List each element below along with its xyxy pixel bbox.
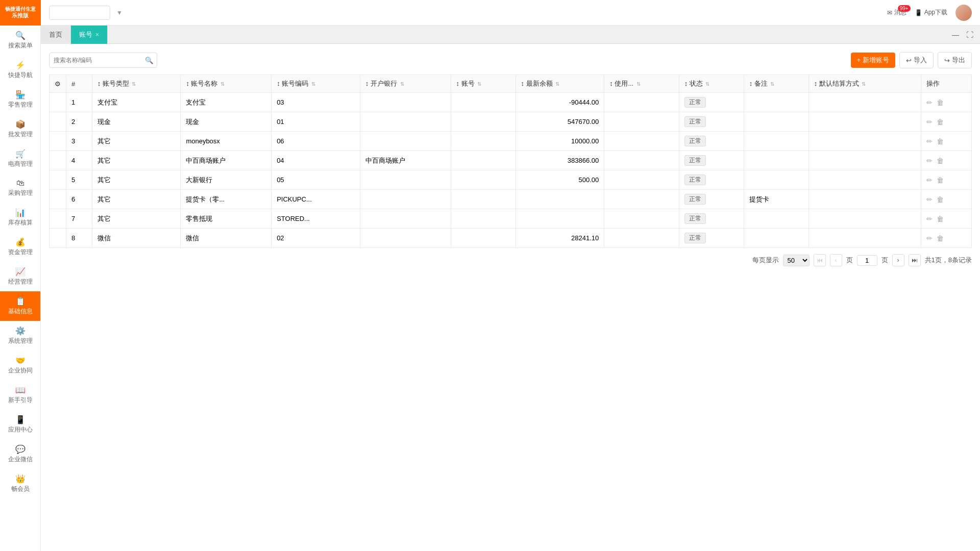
delete-icon[interactable]: 🗑 bbox=[937, 176, 944, 184]
row-name: 支付宝 bbox=[181, 93, 272, 112]
col-status[interactable]: ↕ 状态 ⇅ bbox=[679, 75, 744, 93]
sidebar-item-enterprise-wechat[interactable]: 💬 企业微信 bbox=[0, 439, 40, 469]
guide-icon: 📖 bbox=[15, 385, 26, 395]
row-notes bbox=[744, 151, 808, 170]
row-settlement bbox=[808, 170, 921, 190]
delete-icon[interactable]: 🗑 bbox=[937, 98, 944, 107]
col-account[interactable]: ↕ 账号 ⇅ bbox=[451, 75, 516, 93]
sidebar-item-label: 新手引导 bbox=[8, 396, 33, 405]
sidebar-item-wholesale-mgmt[interactable]: 📦 批发管理 bbox=[0, 114, 40, 144]
col-balance[interactable]: ↕ 最新余额 ⇅ bbox=[516, 75, 604, 93]
sidebar-item-operation-mgmt[interactable]: 📈 经营管理 bbox=[0, 262, 40, 291]
edit-icon[interactable]: ✏ bbox=[926, 195, 933, 204]
first-page-button[interactable]: ⏮ bbox=[814, 254, 826, 266]
tab-home[interactable]: 首页 bbox=[41, 26, 71, 44]
row-code: 04 bbox=[272, 151, 360, 170]
top-bar: ▼ ✉ 消息 99+ 📱 App下载 bbox=[41, 0, 980, 26]
top-search-input[interactable] bbox=[49, 6, 110, 20]
col-code[interactable]: ↕ 账号编码 ⇅ bbox=[272, 75, 360, 93]
row-settings bbox=[50, 170, 66, 190]
sidebar-item-beginner-guide[interactable]: 📖 新手引导 bbox=[0, 380, 40, 410]
tab-account[interactable]: 账号 × bbox=[71, 26, 108, 44]
row-actions: ✏ 🗑 bbox=[921, 132, 972, 151]
row-settlement bbox=[808, 93, 921, 112]
row-settings bbox=[50, 93, 66, 112]
sidebar-item-purchase-mgmt[interactable]: 🛍 采购管理 bbox=[0, 173, 40, 203]
delete-icon[interactable]: 🗑 bbox=[937, 137, 944, 145]
row-status: 正常 bbox=[679, 229, 744, 248]
chevron-down-icon[interactable]: ▼ bbox=[116, 9, 122, 16]
prev-page-button[interactable]: ‹ bbox=[830, 254, 842, 266]
sidebar-item-system-mgmt[interactable]: ⚙️ 系统管理 bbox=[0, 321, 40, 350]
avatar[interactable] bbox=[955, 5, 972, 21]
page-input[interactable] bbox=[857, 255, 877, 266]
edit-icon[interactable]: ✏ bbox=[926, 137, 933, 145]
row-bank bbox=[360, 190, 451, 209]
edit-icon[interactable]: ✏ bbox=[926, 234, 933, 242]
row-actions: ✏ 🗑 bbox=[921, 112, 972, 132]
app-download-button[interactable]: 📱 App下载 bbox=[915, 8, 947, 17]
app-logo[interactable]: 畅捷通付生意 乐推版 bbox=[0, 0, 41, 26]
row-type: 其它 bbox=[92, 170, 181, 190]
sidebar-item-ecommerce-mgmt[interactable]: 🛒 电商管理 bbox=[0, 144, 40, 173]
edit-icon[interactable]: ✏ bbox=[926, 176, 933, 184]
row-name: 微信 bbox=[181, 229, 272, 248]
search-input[interactable] bbox=[50, 57, 141, 64]
sidebar-item-app-center[interactable]: 📱 应用中心 bbox=[0, 410, 40, 439]
delete-icon[interactable]: 🗑 bbox=[937, 195, 944, 204]
last-page-button[interactable]: ⏭ bbox=[909, 254, 921, 266]
sidebar-item-search-menu[interactable]: 🔍 搜索菜单 bbox=[0, 26, 40, 55]
row-usage bbox=[604, 151, 679, 170]
top-bar-left: ▼ bbox=[49, 6, 122, 20]
sidebar-item-member[interactable]: 👑 畅会员 bbox=[0, 469, 40, 498]
add-account-button[interactable]: + 新增账号 bbox=[851, 53, 895, 68]
sidebar-item-capital-mgmt[interactable]: 💰 资金管理 bbox=[0, 232, 40, 262]
edit-icon[interactable]: ✏ bbox=[926, 98, 933, 107]
import-button[interactable]: ↩ 导入 bbox=[899, 52, 934, 68]
sidebar-item-inventory[interactable]: 📊 库存核算 bbox=[0, 203, 40, 232]
next-page-button[interactable]: › bbox=[892, 254, 904, 266]
sidebar-item-quick-nav[interactable]: ⚡ 快捷导航 bbox=[0, 55, 40, 85]
download-icon: 📱 bbox=[915, 9, 922, 16]
col-settlement[interactable]: ↕ 默认结算方式 ⇅ bbox=[808, 75, 921, 93]
sidebar-item-label: 搜索菜单 bbox=[8, 41, 33, 50]
row-name: 中百商场账户 bbox=[181, 151, 272, 170]
col-usage[interactable]: ↕ 使用... ⇅ bbox=[604, 75, 679, 93]
tab-close-icon[interactable]: × bbox=[95, 31, 99, 38]
col-notes[interactable]: ↕ 备注 ⇅ bbox=[744, 75, 808, 93]
row-status: 正常 bbox=[679, 209, 744, 229]
delete-icon[interactable]: 🗑 bbox=[937, 157, 944, 165]
sidebar-item-enterprise-agreement[interactable]: 🤝 企业协同 bbox=[0, 350, 40, 380]
row-settlement bbox=[808, 151, 921, 170]
message-button[interactable]: ✉ 消息 99+ bbox=[887, 8, 906, 17]
row-status: 正常 bbox=[679, 190, 744, 209]
col-type[interactable]: ↕ 账号类型 ⇅ bbox=[92, 75, 181, 93]
sidebar-item-retail-mgmt[interactable]: 🏪 零售管理 bbox=[0, 85, 40, 114]
row-settings bbox=[50, 209, 66, 229]
tab-maximize-button[interactable]: ⛶ bbox=[964, 29, 976, 41]
row-index: 2 bbox=[66, 112, 92, 132]
col-bank[interactable]: ↕ 开户银行 ⇅ bbox=[360, 75, 451, 93]
row-balance: 500.00 bbox=[516, 170, 604, 190]
edit-icon[interactable]: ✏ bbox=[926, 118, 933, 126]
delete-icon[interactable]: 🗑 bbox=[937, 234, 944, 242]
edit-icon[interactable]: ✏ bbox=[926, 157, 933, 165]
page-size-select[interactable]: 50 20 100 bbox=[783, 255, 810, 266]
purchase-icon: 🛍 bbox=[16, 179, 24, 188]
sidebar-item-basic-info[interactable]: 📋 基础信息 bbox=[0, 291, 40, 321]
col-name[interactable]: ↕ 账号名称 ⇅ bbox=[181, 75, 272, 93]
col-settings[interactable]: ⚙ bbox=[50, 75, 66, 93]
delete-icon[interactable]: 🗑 bbox=[937, 118, 944, 126]
tab-account-label: 账号 bbox=[79, 30, 92, 39]
logo-text: 畅捷通付生意 bbox=[5, 6, 36, 12]
import-icon: ↩ bbox=[906, 57, 912, 64]
delete-icon[interactable]: 🗑 bbox=[937, 215, 944, 223]
row-code: 01 bbox=[272, 112, 360, 132]
edit-icon[interactable]: ✏ bbox=[926, 215, 933, 223]
tab-minimize-button[interactable]: — bbox=[949, 29, 962, 41]
row-bank: 中百商场账户 bbox=[360, 151, 451, 170]
export-button[interactable]: ↪ 导出 bbox=[938, 52, 972, 68]
import-label: 导入 bbox=[914, 56, 927, 65]
search-button[interactable]: 🔍 bbox=[141, 53, 157, 68]
page-label: 页 bbox=[846, 256, 853, 265]
